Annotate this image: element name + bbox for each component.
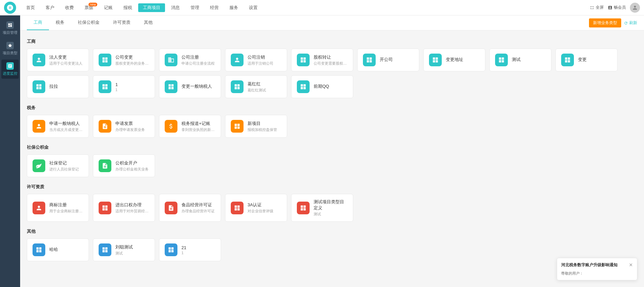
- card-3A认证[interactable]: 3A认证对企业信誉评级: [225, 194, 287, 222]
- fullscreen-button[interactable]: 全屏: [590, 5, 604, 10]
- tab-许可资质[interactable]: 许可资质: [106, 15, 137, 30]
- 变更地址-icon: [429, 54, 442, 66]
- top-nav: 首页客户收费票据new记账报税工商项目消息管理经营服务设置 全屏 畅会员: [0, 0, 644, 15]
- card-申请发票[interactable]: 申请发票办理申请发票业务: [93, 115, 155, 138]
- 1-text: 11: [115, 82, 149, 92]
- 公司注册-icon: [165, 54, 177, 66]
- card-测试项目类型目定义[interactable]: 测试项目类型目定义测试: [291, 194, 353, 222]
- card-开公司[interactable]: 开公司: [357, 49, 419, 71]
- card-变更一般纳税人[interactable]: 变更一般纳税人: [159, 75, 221, 98]
- 公司注销-name: 公司注销: [248, 54, 281, 60]
- 21-name: 21: [181, 245, 215, 250]
- tab-税务[interactable]: 税务: [49, 15, 71, 30]
- card-变更[interactable]: 变更: [555, 49, 618, 71]
- sidebar-item-progress[interactable]: 进度监控: [1, 60, 19, 79]
- 法人变更-text: 法人变更适用于公司变更法人: [49, 54, 83, 66]
- card-21[interactable]: 211: [159, 238, 221, 261]
- refresh-button[interactable]: 刷新: [624, 20, 637, 26]
- card-新项目[interactable]: 新项目报税加税控盘保管: [225, 115, 287, 138]
- 食品经营许可证-name: 食品经营许可证: [181, 202, 215, 208]
- tab-其他[interactable]: 其他: [137, 15, 159, 30]
- card-食品经营许可证[interactable]: 食品经营许可证办理食品经营许可证: [159, 194, 221, 222]
- 公积金开户-icon: [99, 159, 111, 172]
- card-哈哈[interactable]: 哈哈: [27, 238, 89, 261]
- card-刘聪测试[interactable]: 刘聪测试测试: [93, 238, 155, 261]
- 开公司-name: 开公司: [380, 57, 414, 63]
- 公积金开户-desc: 办理公积金相关业务: [115, 167, 149, 172]
- card-公司注册[interactable]: 公司注册申请公司注册全流程: [159, 49, 221, 71]
- refresh-label: 刷新: [629, 20, 637, 26]
- avatar[interactable]: [630, 3, 640, 13]
- card-拉拉[interactable]: 拉拉: [27, 75, 89, 98]
- sidebar-item-project-mgmt[interactable]: 项目管理: [1, 19, 19, 38]
- 进出口权办理-desc: 适用于对外贸易经营者: [115, 209, 149, 214]
- nav-item-收费[interactable]: 收费: [60, 3, 78, 12]
- card-申请一般纳税人[interactable]: 申请一般纳税人当月或次月成变更完成: [27, 115, 89, 138]
- 刘聪测试-text: 刘聪测试测试: [115, 244, 149, 256]
- 商标注册-icon: [33, 202, 45, 214]
- 申请发票-desc: 办理申请发票业务: [115, 127, 149, 132]
- nav-item-报税[interactable]: 报税: [119, 3, 137, 12]
- sidebar: 项目管理 项目类型 进度监控: [0, 15, 20, 287]
- card-进出口权办理[interactable]: 进出口权办理适用于对外贸易经营者: [93, 194, 155, 222]
- 变更-name: 变更: [578, 57, 612, 63]
- add-business-type-button[interactable]: 新增业务类型: [589, 18, 621, 27]
- 测试项目类型目定义-icon: [297, 202, 310, 214]
- 进出口权办理-text: 进出口权办理适用于对外贸易经营者: [115, 202, 149, 214]
- 拉拉-name: 拉拉: [49, 83, 83, 89]
- tab-工商[interactable]: 工商: [27, 15, 49, 30]
- card-法人变更[interactable]: 法人变更适用于公司变更法人: [27, 49, 89, 71]
- 公司注册-text: 公司注册申请公司注册全流程: [181, 54, 215, 66]
- card-税务报道+记账[interactable]: 税务报道+记账拿到营业执照的新公司: [159, 115, 221, 138]
- tab-社保公积金[interactable]: 社保公积金: [71, 15, 106, 30]
- logo[interactable]: [4, 2, 16, 14]
- nav-item-票据[interactable]: 票据new: [80, 3, 98, 12]
- 公司注销-desc: 适用于注销公司: [248, 61, 281, 66]
- cards-grid-税务: 申请一般纳税人当月或次月成变更完成申请发票办理申请发票业务税务报道+记账拿到营业…: [27, 115, 637, 138]
- 社保登记-icon: [33, 159, 45, 172]
- card-1[interactable]: 11: [93, 75, 155, 98]
- card-前期QQ[interactable]: 前期QQ: [291, 75, 353, 98]
- nav-item-工商项目[interactable]: 工商项目: [138, 3, 165, 12]
- 刘聪测试-desc: 测试: [115, 251, 149, 256]
- nav-item-经营[interactable]: 经营: [205, 3, 223, 12]
- nav-item-设置[interactable]: 设置: [244, 3, 262, 12]
- 食品经营许可证-text: 食品经营许可证办理食品经营许可证: [181, 202, 215, 214]
- nav-item-记账[interactable]: 记账: [99, 3, 117, 12]
- card-商标注册[interactable]: 商标注册用于企业商标注册服务: [27, 194, 89, 222]
- fullscreen-label: 全屏: [596, 5, 604, 10]
- card-股权转让[interactable]: 股权转让公司变更需要股权转让: [291, 49, 353, 71]
- 社保登记-desc: 进行人员社保登记: [49, 167, 83, 172]
- progress-icon: [6, 62, 14, 70]
- 进出口权办理-icon: [99, 202, 111, 214]
- 1-icon: [99, 80, 111, 93]
- member-button[interactable]: 畅会员: [608, 5, 626, 10]
- notification-close-button[interactable]: ✕: [629, 262, 633, 268]
- 葛红红-desc: 葛红红测试: [248, 88, 281, 93]
- 公积金开户-text: 公积金开户办理公积金相关业务: [115, 160, 149, 172]
- 申请一般纳税人-name: 申请一般纳税人: [49, 121, 83, 127]
- nav-item-客户[interactable]: 客户: [41, 3, 59, 12]
- section-title-许可资质: 许可资质: [27, 184, 637, 190]
- 税务报道+记账-icon: [165, 120, 177, 133]
- sidebar-item-project-type[interactable]: 项目类型: [1, 39, 19, 58]
- 申请一般纳税人-text: 申请一般纳税人当月或次月成变更完成: [49, 121, 83, 132]
- nav-item-管理[interactable]: 管理: [186, 3, 204, 12]
- card-测试[interactable]: 测试: [489, 49, 551, 71]
- card-公司变更[interactable]: 公司变更股权变更外的业务变更: [93, 49, 155, 71]
- 3A认证-text: 3A认证对企业信誉评级: [248, 202, 281, 214]
- card-公司注销[interactable]: 公司注销适用于注销公司: [225, 49, 287, 71]
- sidebar-label-project-type: 项目类型: [3, 51, 17, 56]
- nav-item-首页[interactable]: 首页: [21, 3, 40, 12]
- card-社保登记[interactable]: 社保登记进行人员社保登记: [27, 154, 89, 177]
- 社保登记-name: 社保登记: [49, 160, 83, 166]
- nav-item-消息[interactable]: 消息: [166, 3, 184, 12]
- nav-item-服务[interactable]: 服务: [225, 3, 243, 12]
- card-葛红红[interactable]: 葛红红葛红红测试: [225, 75, 287, 98]
- 1-desc: 1: [115, 88, 149, 92]
- sidebar-label-progress: 进度监控: [3, 71, 17, 76]
- section-title-工商: 工商: [27, 39, 637, 45]
- card-公积金开户[interactable]: 公积金开户办理公积金相关业务: [93, 154, 155, 177]
- 税务报道+记账-desc: 拿到营业执照的新公司: [181, 127, 215, 132]
- card-变更地址[interactable]: 变更地址: [423, 49, 485, 71]
